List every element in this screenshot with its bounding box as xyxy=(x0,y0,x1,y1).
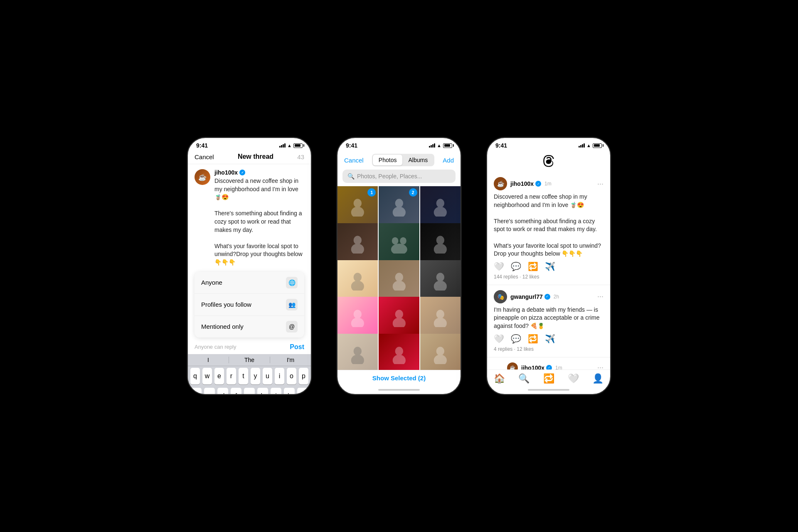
globe-icon: 🌐 xyxy=(286,277,298,288)
suggestion-the[interactable]: The xyxy=(229,357,270,363)
post-1-avatar: ☕ xyxy=(494,177,507,190)
key-j[interactable]: j xyxy=(271,388,281,395)
nav-home[interactable]: 🏠 xyxy=(487,373,512,384)
key-i[interactable]: i xyxy=(275,368,284,384)
nav-likes[interactable]: 🤍 xyxy=(561,373,586,384)
post-3-username: jiho100x xyxy=(521,365,544,369)
repost-button-1[interactable]: 🔁 xyxy=(528,261,538,271)
status-bar-3: 9:41 ▲ xyxy=(487,138,610,150)
photo-cell-2[interactable]: 2 xyxy=(379,186,419,227)
photo-cell-3[interactable] xyxy=(420,186,461,227)
photo-cell-15[interactable] xyxy=(420,334,461,370)
key-k[interactable]: k xyxy=(284,388,295,395)
time-1: 9:41 xyxy=(196,142,208,149)
key-l[interactable]: l xyxy=(297,388,308,395)
photo-cell-7[interactable] xyxy=(337,260,378,300)
composer-text[interactable]: Discovered a new coffee shop in my neigh… xyxy=(214,177,304,267)
svg-point-18 xyxy=(434,281,447,290)
repost-button-2[interactable]: 🔁 xyxy=(528,334,538,344)
post-2-meta: gwangurl77 ✓ 2h ··· xyxy=(510,292,603,301)
post-2-avatar: 🎭 xyxy=(494,290,507,303)
photo-cell-1[interactable]: 1 xyxy=(337,186,378,227)
key-h[interactable]: h xyxy=(257,388,268,395)
wifi-icon-3: ▲ xyxy=(586,143,591,148)
composer-content[interactable]: jiho100x ✓ Discovered a new coffee shop … xyxy=(214,169,304,267)
key-s[interactable]: s xyxy=(204,388,215,395)
reply-option-following[interactable]: Profiles you follow 👥 xyxy=(195,294,304,316)
signal-icon-3 xyxy=(579,143,585,148)
suggestion-im[interactable]: I'm xyxy=(270,357,311,363)
tab-photos[interactable]: Photos xyxy=(373,155,403,165)
comment-button-1[interactable]: 💬 xyxy=(511,261,521,271)
post-2-header: 🎭 gwangurl77 ✓ 2h ··· xyxy=(494,290,603,303)
key-o[interactable]: o xyxy=(287,368,296,384)
nav-compose[interactable]: 🔁 xyxy=(536,373,561,384)
comment-button-2[interactable]: 💬 xyxy=(511,334,521,344)
like-button-1[interactable]: 🤍 xyxy=(494,261,504,271)
key-p[interactable]: p xyxy=(299,368,308,384)
post-1-header: ☕ jiho100x ✓ 1m ··· xyxy=(494,177,603,190)
search-placeholder: Photos, People, Places... xyxy=(357,173,422,180)
key-e[interactable]: e xyxy=(214,368,224,384)
keyboard-row-2: a s d f g h j k l xyxy=(188,386,311,395)
key-r[interactable]: r xyxy=(227,368,236,384)
photo-number-2: 2 xyxy=(409,188,417,197)
key-f[interactable]: f xyxy=(231,388,241,395)
svg-point-1 xyxy=(351,207,364,217)
phone-1: 9:41 ▲ Cancel New thread 43 ☕ jiho100x ✓… xyxy=(187,137,312,395)
photo-cell-11[interactable] xyxy=(379,297,419,337)
post-3-verified: ✓ xyxy=(546,365,552,369)
photo-search[interactable]: 🔍 Photos, People, Places... xyxy=(342,170,456,183)
phone-3: 9:41 ▲ ☕ jiho100x ✓ 1 xyxy=(486,137,611,395)
key-d[interactable]: d xyxy=(217,388,228,395)
feed-content: ☕ jiho100x ✓ 1m ··· Discovered a new cof… xyxy=(487,172,610,369)
share-button-2[interactable]: ✈️ xyxy=(545,334,555,344)
photo-tabs: Photos Albums xyxy=(372,154,434,166)
nav-profile[interactable]: 👤 xyxy=(586,373,610,384)
photo-cell-10[interactable] xyxy=(337,297,378,337)
key-q[interactable]: q xyxy=(190,368,200,384)
photo-cell-12[interactable] xyxy=(420,297,461,337)
wifi-icon-1: ▲ xyxy=(287,143,292,148)
key-a[interactable]: a xyxy=(191,388,202,395)
key-w[interactable]: w xyxy=(202,368,212,384)
post-2-more[interactable]: ··· xyxy=(597,292,603,301)
svg-point-5 xyxy=(434,207,447,217)
share-button-1[interactable]: ✈️ xyxy=(545,261,555,271)
post-2-verified: ✓ xyxy=(544,294,550,300)
photo-cell-13[interactable] xyxy=(337,334,378,370)
post-button[interactable]: Post xyxy=(290,343,304,351)
key-u[interactable]: u xyxy=(263,368,272,384)
composer-footer: Anyone can reply Post xyxy=(188,341,311,354)
photo-cancel-button[interactable]: Cancel xyxy=(344,157,364,164)
reply-option-anyone[interactable]: Anyone 🌐 xyxy=(195,272,304,294)
key-g[interactable]: g xyxy=(244,388,255,395)
photo-cell-8[interactable] xyxy=(379,260,419,300)
tab-albums[interactable]: Albums xyxy=(402,155,433,165)
post-3-more[interactable]: ··· xyxy=(597,363,603,369)
key-t[interactable]: t xyxy=(239,368,248,384)
key-y[interactable]: y xyxy=(251,368,260,384)
post-1-more[interactable]: ··· xyxy=(597,180,603,188)
nav-search[interactable]: 🔍 xyxy=(512,373,536,384)
post-1-text: Discovered a new coffee shop in my neigh… xyxy=(494,193,603,258)
photo-cell-4[interactable] xyxy=(337,223,378,264)
svg-point-15 xyxy=(395,273,403,281)
cancel-button[interactable]: Cancel xyxy=(195,153,214,160)
post-3: ☕ jiho100x ✓ 1m ··· Don't let my Italian… xyxy=(487,357,610,369)
suggestion-i[interactable]: I xyxy=(188,357,229,363)
photo-cell-14[interactable] xyxy=(379,334,419,370)
post-1-meta: jiho100x ✓ 1m ··· xyxy=(510,180,603,188)
photo-add-button[interactable]: Add xyxy=(443,157,454,164)
threads-logo xyxy=(542,154,555,169)
photo-cell-9[interactable] xyxy=(420,260,461,300)
feed-header xyxy=(487,150,610,172)
battery-icon-3 xyxy=(593,143,602,148)
like-button-2[interactable]: 🤍 xyxy=(494,334,504,344)
svg-point-13 xyxy=(354,273,362,281)
photo-cell-5[interactable] xyxy=(379,223,419,264)
svg-point-0 xyxy=(354,199,362,208)
show-selected-button[interactable]: Show Selected (2) xyxy=(337,370,461,386)
photo-cell-6[interactable] xyxy=(420,223,461,264)
reply-option-mentioned[interactable]: Mentioned only @ xyxy=(195,316,304,337)
